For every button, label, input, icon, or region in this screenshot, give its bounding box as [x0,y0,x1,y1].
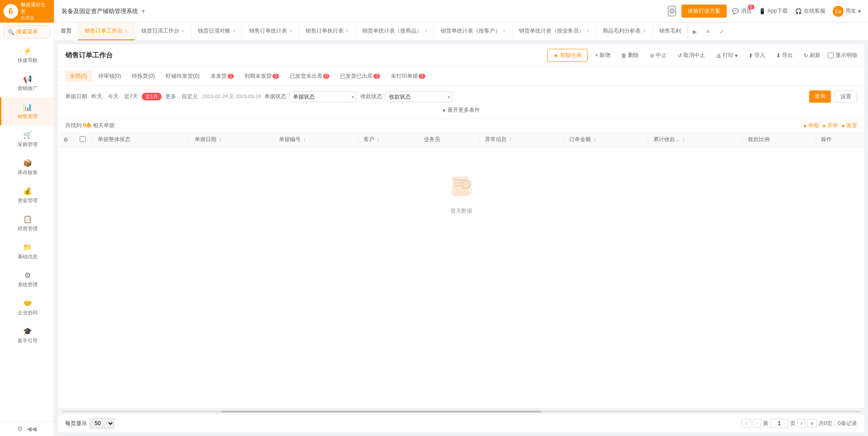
th-operation[interactable]: 操作 [815,132,864,147]
sidebar-item-purchase[interactable]: 🛒 采购管理 [0,125,54,153]
th-cumulative[interactable]: 累计收款... ↕ [648,132,742,147]
tab-close-reconcile[interactable]: ✕ [232,28,236,33]
th-checkbox[interactable] [74,132,92,147]
show-detail-checkbox[interactable]: 显示明细 [828,52,857,59]
date-7days[interactable]: 近7天 [122,92,140,101]
app-download-btn[interactable]: 📱 App下载 [759,7,788,15]
page-prev-btn[interactable]: ‹ [753,419,761,428]
date-yesterday[interactable]: 昨天 [90,92,104,101]
sidebar-item-base-info[interactable]: 📁 基础信息 [0,237,54,265]
th-ratio[interactable]: 收款比例 [742,132,815,147]
sidebar-settings-btn[interactable]: ⚙ [17,425,23,432]
page-first-btn[interactable]: « [742,419,751,428]
search-menu-button[interactable]: 🔍 搜索菜单 [4,25,50,38]
tab-close-cash[interactable]: ✕ [181,28,185,33]
sidebar-item-cooperation[interactable]: 🤝 企业协同 [0,294,54,322]
messages-btn[interactable]: 💬 6 消息 [732,7,752,15]
th-salesman[interactable]: 业务员 [418,132,479,147]
sub-tab-overdue-ship[interactable]: 到期未发货0 [240,71,283,82]
tab-gross-margin[interactable]: 商品毛利分析表 ✕ [596,23,653,40]
tab-cash-daily[interactable]: 钱货日清工作台 ✕ [135,23,192,40]
topbar-settings-btn[interactable]: ⚙ [668,6,676,16]
sub-tab-pending-pick[interactable]: 待拣货(0) [127,71,159,82]
date-custom[interactable]: 自定义 [180,92,200,101]
tab-close-customer[interactable]: ✕ [502,28,506,33]
horizontal-scrollbar[interactable] [58,408,864,414]
page-input[interactable] [770,419,788,428]
cancel-review-btn[interactable]: ● 弃审 [823,122,838,129]
sub-tab-shipped-out[interactable]: 已发货已出库0 [336,71,384,82]
new-btn[interactable]: + 新增 [591,50,614,61]
sort-amount-icon[interactable]: ↕ [593,136,596,142]
tab-close-all-btn[interactable]: ✕ [701,25,715,38]
sidebar-item-finance[interactable]: 💰 资金管理 [0,181,54,209]
date-today[interactable]: 今天 [106,92,120,101]
tab-reconcile[interactable]: 钱货日清对账 ✕ [192,23,243,40]
tab-expand-btn[interactable]: ⤢ [715,25,729,38]
th-status[interactable]: 单据整体状态 [92,132,189,147]
tab-home[interactable]: 首页 [54,23,78,40]
sort-date-icon[interactable]: ↕ [219,136,222,142]
sidebar-item-guide[interactable]: 🎓 新手引导 [0,322,54,350]
tab-close-margin[interactable]: ✕ [643,28,646,33]
sub-tab-shipped-not-out[interactable]: 已发货未出库0 [285,71,334,82]
cancel-stop-btn[interactable]: ↺ 取消中止 [674,50,709,61]
th-customer[interactable]: 客户 ↕ [358,132,418,147]
tab-close-stat[interactable]: ✕ [289,28,293,33]
page-last-btn[interactable]: » [807,419,817,428]
sidebar-item-marketing[interactable]: 📢 营销推广 [0,69,54,97]
sort-customer-icon[interactable]: ↕ [377,136,379,142]
tab-sales-by-product[interactable]: 销货单统计表（按商品） ✕ [356,23,434,40]
scrollbar-thumb[interactable] [221,411,541,412]
th-abnormal[interactable]: 异常信息 ↕ [479,132,563,147]
sub-tab-not-shipped[interactable]: 未发货0 [206,71,239,82]
status-select[interactable]: 单据状态 [289,91,357,102]
import-btn[interactable]: ⬆ 导入 [745,50,769,61]
user-menu-btn[interactable]: Ea 用友 ▾ [833,6,861,17]
th-number[interactable]: 单据编号 ↕ [273,132,358,147]
tab-sales-by-customer[interactable]: 销货单统计表（按客户） ✕ [434,23,513,40]
sub-tab-not-printed[interactable]: 未打印单据0 [386,71,430,82]
smart-generate-btn[interactable]: ★ 智能生单 [547,49,588,62]
tab-close-product[interactable]: ✕ [424,28,427,33]
tab-sales-stat[interactable]: 销售订单统计表 ✕ [243,23,299,40]
experience-btn[interactable]: 体验行业方案 [681,5,727,18]
sort-number-icon[interactable]: ↕ [303,136,306,142]
export-btn[interactable]: ⬇ 导出 [772,50,796,61]
sub-tab-shop-ship[interactable]: 旺铺待发货(0) [161,71,204,82]
sidebar-item-management[interactable]: 📋 经营管理 [0,209,54,237]
tab-close-salesman[interactable]: ✕ [586,28,590,33]
refresh-btn[interactable]: ↻ 刷新 [800,50,824,61]
query-btn[interactable]: 查询 [809,90,831,103]
th-date[interactable]: 单据日期 ↕ [189,132,273,147]
tab-close-sales[interactable]: ✕ [125,28,128,33]
sub-tab-all[interactable]: 全部(0) [65,71,92,82]
th-settings[interactable]: ⚙ [58,132,74,147]
page-size-select[interactable]: 10 20 50 100 [90,418,115,429]
sidebar-collapse-btn[interactable]: ◀◀ [27,425,37,432]
sidebar-item-sales[interactable]: 📊 销售管理 [0,97,54,125]
tab-sales-profit[interactable]: 销售毛利 [653,23,688,40]
scrollbar-track[interactable] [62,411,861,412]
tab-sales-exec[interactable]: 销售订单执行表 ✕ [299,23,356,40]
date-1month[interactable]: 近1月 [142,93,162,100]
date-more[interactable]: 更多 [163,92,178,101]
stop-btn[interactable]: ⊘ 中止 [646,50,670,61]
system-dropdown-btn[interactable]: ▾ [142,8,145,14]
search-menu-btn[interactable]: 🔍 搜索菜单 [0,23,54,41]
online-service-btn[interactable]: 🎧 在线客服 [795,7,825,15]
print-btn[interactable]: 🖨 打印 ▾ [712,50,741,61]
expand-filter-btn[interactable]: ▾ 展开更多条件 [443,106,480,114]
show-detail-input[interactable] [828,52,834,58]
tab-sales-workbench[interactable]: 销售订单工作台 ✕ [78,23,135,40]
tab-close-exec[interactable]: ✕ [345,28,349,33]
sort-abnormal-icon[interactable]: ↕ [509,136,512,142]
sidebar-item-quick-nav[interactable]: ⚡ 快捷导航 [0,41,54,69]
ship-btn[interactable]: ● 发货 [842,122,857,129]
sidebar-item-inventory[interactable]: 📦 库存核算 [0,153,54,181]
sub-tab-pending-review[interactable]: 待审核(0) [94,71,126,82]
page-next-btn[interactable]: › [797,419,806,428]
select-all-checkbox[interactable] [80,136,86,142]
sort-cumulative-icon[interactable]: ↕ [682,136,685,142]
delete-btn[interactable]: 🗑 删除 [618,50,643,61]
